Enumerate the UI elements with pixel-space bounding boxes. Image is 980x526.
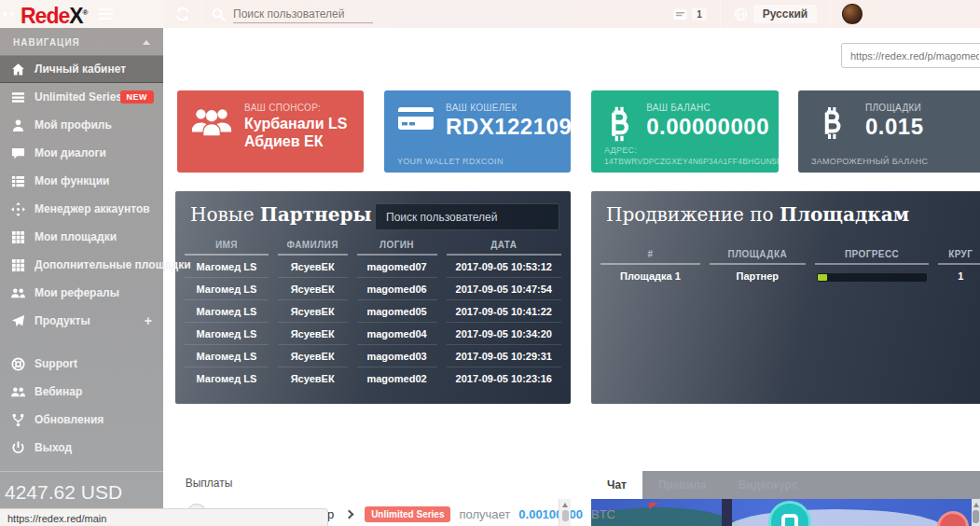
- sidebar-item-extra-platforms[interactable]: Дополнительные площадки: [0, 251, 163, 279]
- sidebar-item-dialogs[interactable]: Мои диалоги: [0, 139, 163, 167]
- sponsor-card: ВАШ СПОНСОР: Курбанали LS Абдиев ЕК: [177, 90, 364, 173]
- balance-address-label: АДРЕС:: [604, 145, 771, 156]
- balance-address-value: 14TBWRVDPCZGXEY4N6P34A1FF4BHGUN5PQ: [604, 157, 771, 167]
- column-header: ИМЯ: [185, 233, 269, 256]
- topbar-right: 1 Русский Магомед LS ЯсуевЕК: [660, 0, 980, 28]
- partners-search-input[interactable]: [375, 203, 559, 230]
- column-header: ПЛОЩАДКА: [710, 242, 806, 265]
- status-link-bubble: https://redex.red/main: [0, 508, 328, 526]
- user-menu[interactable]: Магомед LS ЯсуевЕК: [831, 4, 980, 24]
- users-icon: [11, 286, 25, 300]
- column-header: ФАМИЛИЯ: [278, 233, 348, 256]
- language-label: Русский: [753, 5, 818, 23]
- sidebar-item-support[interactable]: Support: [0, 350, 163, 378]
- new-badge: NEW: [120, 90, 155, 104]
- avatar: [842, 4, 863, 24]
- scroll-up-arrow[interactable]: [973, 503, 979, 507]
- chevron-right-icon: [345, 509, 354, 519]
- scroll-up-arrow[interactable]: [562, 503, 568, 507]
- platforms-value: 0.015: [865, 115, 924, 138]
- tab-chat[interactable]: Чат: [591, 471, 642, 499]
- comments-icon: [11, 146, 25, 160]
- chat-scrollbar[interactable]: [972, 499, 980, 526]
- plus-icon[interactable]: +: [145, 313, 152, 328]
- page-header: Личный кабинет: [163, 28, 980, 84]
- power-icon: [11, 441, 25, 455]
- balance-usd: 4247.62 USD: [0, 479, 163, 505]
- new-partners-panel: Новые Партнеры ИМЯ ФАМИЛИЯ ЛОГИН ДАТА Ма…: [175, 191, 571, 404]
- partners-table: ИМЯ ФАМИЛИЯ ЛОГИН ДАТА Магомед LSЯсуевЕК…: [175, 233, 571, 389]
- support-icon: [11, 357, 25, 371]
- platforms-footer: ЗАМОРОЖЕННЫЙ БАЛАНС: [811, 156, 980, 167]
- sidebar-item-functions[interactable]: Мои функции: [0, 167, 163, 195]
- banner-snow: [728, 509, 943, 526]
- functions-icon: [11, 174, 25, 188]
- sidebar-item-profile[interactable]: Мой профиль: [0, 111, 163, 139]
- promotion-title: Продвижение по Площадкам: [591, 191, 980, 229]
- refresh-button[interactable]: [164, 0, 201, 28]
- column-header: ПРОГРЕСС: [815, 242, 930, 265]
- sidebar-item-platforms[interactable]: Мои площадки: [0, 223, 163, 251]
- wallet-value: RDX1221098: [446, 115, 571, 138]
- rocket-icon: [11, 314, 25, 328]
- topbar: RedeX® 1: [0, 0, 980, 28]
- scrollbar-thumb[interactable]: [562, 510, 569, 521]
- tab-payouts[interactable]: Выплаты: [175, 467, 242, 499]
- referral-url-input[interactable]: [841, 43, 980, 68]
- grid-icon: [11, 230, 25, 244]
- table-row: Площадка 1 Партнер 1: [600, 265, 980, 286]
- collapse-icon[interactable]: [4, 9, 13, 19]
- table-row: Магомед LSЯсуевЕКmagomed052017-09-05 10:…: [185, 299, 561, 322]
- sponsor-icon: [190, 103, 233, 137]
- sidebar-item-webinar[interactable]: Вебинар: [0, 378, 163, 406]
- users-icon: [11, 385, 25, 399]
- home-circle-icon: [178, 40, 211, 73]
- sidebar-divider: [0, 471, 163, 472]
- sidebar-item-referrals[interactable]: Мои рефералы: [0, 279, 163, 307]
- payouts-scrollbar[interactable]: [559, 499, 571, 526]
- bitcoin-icon: [604, 103, 635, 143]
- promotion-table: # ПЛОЩАДКА ПРОГРЕСС КРУГ Площадка 1 Парт…: [591, 242, 980, 286]
- payout-currency: BTC: [591, 507, 615, 521]
- sidebar: НАВИГАЦИЯ Личный кабинет Unlimited Serie…: [0, 28, 163, 526]
- wallet-footer: YOUR WALLET RDXCOIN: [397, 156, 563, 167]
- notifications-button[interactable]: 1: [660, 8, 720, 21]
- column-header: ДАТА: [447, 233, 561, 256]
- payout-text: получает: [459, 507, 510, 521]
- sidebar-item-products[interactable]: Продукты +: [0, 307, 163, 335]
- tab-videocourse[interactable]: Видеокурс: [723, 471, 814, 499]
- app-root: RedeX® 1: [0, 0, 980, 526]
- global-search: [202, 6, 373, 23]
- wallet-icon: [397, 103, 435, 132]
- search-input[interactable]: [233, 6, 373, 23]
- sponsor-name-line2: Абдиев ЕК: [244, 132, 347, 150]
- chat-section-title: Общий чат: [592, 422, 721, 445]
- column-header: #: [600, 242, 700, 265]
- scrollbar-thumb[interactable]: [973, 510, 979, 523]
- tab-rules[interactable]: Правила: [642, 471, 723, 499]
- user-name: Магомед LS ЯсуевЕК: [869, 8, 976, 20]
- sidebar-item-logout[interactable]: Выход: [0, 434, 163, 462]
- section-divider: [175, 455, 571, 456]
- sidebar-item-updates[interactable]: Обновления: [0, 406, 163, 434]
- section-divider: [591, 455, 980, 456]
- table-row: Магомед LSЯсуевЕКmagomed032017-09-05 10:…: [185, 344, 561, 367]
- sidebar-item-unlimited-series[interactable]: Unlimited Series NEW: [0, 83, 163, 111]
- language-selector[interactable]: Русский: [721, 5, 831, 23]
- balance-card: ВАШ БАЛАНС 0.00000000 АДРЕС: 14TBWRVDPCZ…: [591, 90, 779, 173]
- table-row: Магомед LSЯсуевЕКmagomed022017-09-05 10:…: [185, 367, 561, 389]
- platforms-label: ПЛОЩАДКИ: [865, 103, 924, 113]
- move-icon: [11, 202, 25, 216]
- logo-zone: RedeX®: [0, 0, 163, 28]
- hamburger-icon[interactable]: [98, 8, 113, 20]
- page-title: Личный кабинет: [224, 43, 406, 70]
- sidebar-item-dashboard[interactable]: Личный кабинет: [0, 55, 163, 83]
- messages-icon: [673, 8, 687, 21]
- sidebar-item-account-manager[interactable]: Менеджер аккаунтов: [0, 195, 163, 223]
- app-logo[interactable]: RedeX®: [21, 0, 89, 29]
- bitcoin-icon: [811, 103, 854, 141]
- wallet-card: ВАШ КОШЕЛЕК RDX1221098 YOUR WALLET RDXCO…: [384, 90, 571, 173]
- sidebar-nav-header[interactable]: НАВИГАЦИЯ: [0, 28, 163, 55]
- wallet-label: ВАШ КОШЕЛЕК: [446, 103, 571, 113]
- sponsor-name-line1: Курбанали LS: [244, 115, 347, 132]
